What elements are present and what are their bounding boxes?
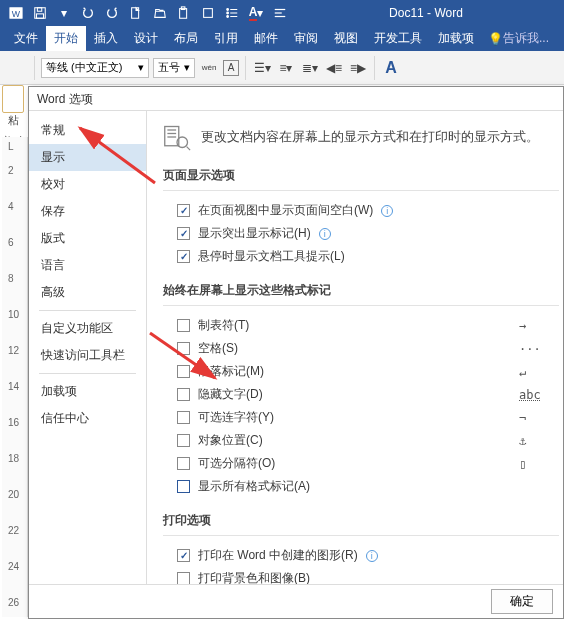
opt-showall-label: 显示所有格式标记(A) [198, 478, 310, 495]
section-format-marks: 始终在屏幕上显示这些格式标记 [163, 282, 559, 299]
info-icon[interactable]: i [366, 550, 378, 562]
ruler-mark: 24 [8, 561, 19, 572]
chk-tooltips[interactable] [177, 250, 190, 263]
info-icon[interactable]: i [381, 205, 393, 217]
chevron-down-icon[interactable]: ▾ [53, 2, 75, 24]
document-title: Doc11 - Word [292, 6, 560, 20]
ruler-mark: 14 [8, 381, 19, 392]
sidebar-item-12[interactable]: 信任中心 [29, 405, 146, 432]
chk-print-bg[interactable] [177, 572, 190, 584]
sidebar-item-3[interactable]: 保存 [29, 198, 146, 225]
glyph-hyphen: ¬ [519, 411, 559, 425]
chk-highlighter[interactable] [177, 227, 190, 240]
tab-dev[interactable]: 开发工具 [366, 26, 430, 51]
glyph-para: ↵ [519, 365, 559, 379]
svg-point-11 [227, 12, 229, 14]
title-bar: W ▾ A▾ Doc11 - Word [0, 0, 564, 26]
tab-file[interactable]: 文件 [6, 26, 46, 51]
opt-print-bg-label: 打印背景色和图像(B) [198, 570, 310, 584]
tab-view[interactable]: 视图 [326, 26, 366, 51]
chk-para[interactable] [177, 365, 190, 378]
dialog-head-text: 更改文档内容在屏幕上的显示方式和在打印时的显示方式。 [201, 128, 539, 146]
ruler-origin: L [8, 141, 14, 152]
svg-text:W: W [12, 9, 21, 19]
tab-home[interactable]: 开始 [46, 26, 86, 51]
sidebar-item-4[interactable]: 版式 [29, 225, 146, 252]
tab-design[interactable]: 设计 [126, 26, 166, 51]
paste-icon[interactable] [173, 2, 195, 24]
ruler-mark: 26 [8, 597, 19, 608]
svg-point-9 [227, 9, 229, 11]
opt-para-label: 段落标记(M) [198, 363, 264, 380]
sidebar-item-8[interactable]: 自定义功能区 [29, 315, 146, 342]
word-app-icon: W [5, 2, 27, 24]
tab-review[interactable]: 审阅 [286, 26, 326, 51]
chk-hidden[interactable] [177, 388, 190, 401]
indent-inc-icon[interactable]: ≡▶ [348, 58, 368, 78]
tab-references[interactable]: 引用 [206, 26, 246, 51]
bullets-icon[interactable] [221, 2, 243, 24]
opt-highlighter-label: 显示突出显示标记(H) [198, 225, 311, 242]
tell-me-label: 告诉我... [503, 30, 549, 47]
sidebar-item-9[interactable]: 快速访问工具栏 [29, 342, 146, 369]
chk-white-space[interactable] [177, 204, 190, 217]
dialog-sidebar: 常规显示校对保存版式语言高级自定义功能区快速访问工具栏加载项信任中心 [29, 111, 147, 584]
sidebar-item-2[interactable]: 校对 [29, 171, 146, 198]
bullets-icon[interactable]: ☰▾ [252, 58, 272, 78]
styles-icon[interactable]: A [381, 58, 401, 78]
tab-mail[interactable]: 邮件 [246, 26, 286, 51]
sidebar-item-11[interactable]: 加载项 [29, 378, 146, 405]
phonetic-guide-icon[interactable]: wén [199, 58, 219, 78]
svg-rect-6 [180, 9, 187, 19]
ribbon-tabs: 文件 开始 插入 设计 布局 引用 邮件 审阅 视图 开发工具 加载项 💡 告诉… [0, 26, 564, 51]
ok-button[interactable]: 确定 [491, 589, 553, 614]
multilevel-icon[interactable]: ≣▾ [300, 58, 320, 78]
font-color-icon[interactable]: A▾ [245, 2, 267, 24]
new-doc-icon[interactable] [125, 2, 147, 24]
tab-layout[interactable]: 布局 [166, 26, 206, 51]
chk-tab[interactable] [177, 319, 190, 332]
sidebar-item-6[interactable]: 高级 [29, 279, 146, 306]
save-icon[interactable] [29, 2, 51, 24]
sidebar-item-0[interactable]: 常规 [29, 117, 146, 144]
indent-dec-icon[interactable]: ◀≡ [324, 58, 344, 78]
undo-icon[interactable] [77, 2, 99, 24]
opt-space-label: 空格(S) [198, 340, 238, 357]
opt-white-space-label: 在页面视图中显示页面间空白(W) [198, 202, 373, 219]
char-border-icon[interactable]: A [223, 60, 239, 76]
sidebar-item-1[interactable]: 显示 [29, 144, 146, 171]
font-size-dropdown[interactable]: 五号▾ [153, 58, 195, 78]
font-name-value: 等线 (中文正文) [46, 60, 122, 75]
chk-print-drawings[interactable] [177, 549, 190, 562]
chk-optbreak[interactable] [177, 457, 190, 470]
ruler-mark: 6 [8, 237, 14, 248]
opt-anchor-label: 对象位置(C) [198, 432, 263, 449]
qat-blank-icon[interactable] [197, 2, 219, 24]
chk-showall[interactable] [177, 480, 190, 493]
glyph-anchor: ⚓ [519, 434, 559, 448]
chk-anchor[interactable] [177, 434, 190, 447]
open-icon[interactable] [149, 2, 171, 24]
svg-rect-4 [37, 14, 44, 18]
ruler-mark: 16 [8, 417, 19, 428]
numbering-icon[interactable]: ≡▾ [276, 58, 296, 78]
opt-optbreak-label: 可选分隔符(O) [198, 455, 275, 472]
glyph-optbreak: ▯ [519, 457, 559, 471]
svg-rect-8 [204, 9, 213, 18]
align-icon[interactable] [269, 2, 291, 24]
clipboard-icon[interactable] [2, 85, 24, 113]
tab-addins[interactable]: 加载项 [430, 26, 482, 51]
tell-me[interactable]: 💡 告诉我... [482, 26, 555, 51]
chk-hyphen[interactable] [177, 411, 190, 424]
tab-insert[interactable]: 插入 [86, 26, 126, 51]
font-name-dropdown[interactable]: 等线 (中文正文)▾ [41, 58, 149, 78]
info-icon[interactable]: i [319, 228, 331, 240]
ruler-mark: 20 [8, 489, 19, 500]
redo-icon[interactable] [101, 2, 123, 24]
ribbon-panel: 等线 (中文正文)▾ 五号▾ wén A ☰▾ ≡▾ ≣▾ ◀≡ ≡▶ A [0, 51, 564, 85]
svg-line-23 [187, 147, 191, 151]
sidebar-item-5[interactable]: 语言 [29, 252, 146, 279]
chk-space[interactable] [177, 342, 190, 355]
separator [163, 535, 559, 536]
ruler-mark: 18 [8, 453, 19, 464]
